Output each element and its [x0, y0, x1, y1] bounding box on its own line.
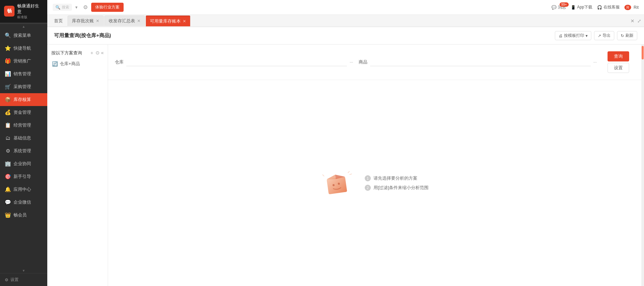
brand-name: 畅康通好生意 [17, 3, 43, 15]
print-icon: 🖨 [559, 33, 563, 38]
brand-info: 畅康通好生意 标准版 [17, 3, 43, 19]
sidebar-item-appstore[interactable]: 🔔 应用中心 [0, 183, 47, 196]
settings-btn[interactable]: 设置 [608, 63, 629, 73]
tab-close-available[interactable]: ✕ [183, 19, 186, 24]
industry-btn[interactable]: 体验行业方案 [91, 3, 124, 12]
page-actions: 🖨 按模板打印 ▾ ↗ 导出 ↻ 刷新 [555, 31, 637, 40]
sidebar-item-search[interactable]: 🔍 搜索菜单 [0, 29, 47, 42]
sidebar-item-operation[interactable]: 📋 经营管理 [0, 119, 47, 132]
scroll-down[interactable]: ▼ [0, 268, 47, 273]
phone-icon: 📱 [571, 5, 576, 10]
money-icon: 💰 [5, 109, 11, 115]
export-icon: ↗ [598, 33, 601, 38]
sidebar-item-enterprise[interactable]: 🏢 企业协同 [0, 157, 47, 170]
chart-icon: 📊 [5, 71, 11, 77]
content-area: 按以下方案查询 ＋ ⊙ « 🔄 仓库+商品 仓库 ··· [47, 45, 644, 286]
sidebar-item-shortcut[interactable]: ⭐ 快捷导航 [0, 42, 47, 55]
product-label: 商品 [359, 59, 367, 65]
user-avatar: R [624, 5, 631, 10]
scrollbar-thumb[interactable] [642, 46, 644, 59]
edit-scheme-icon[interactable]: ⊙ [96, 50, 100, 56]
sidebar-item-wechat[interactable]: 💬 企业微信 [0, 196, 47, 209]
search-bar-text: 搜索 [62, 5, 69, 10]
product-filter: 商品 ··· [359, 58, 597, 66]
scroll-up[interactable]: ▲ [0, 24, 47, 29]
refresh-btn[interactable]: ↻ 刷新 [617, 31, 637, 40]
main-area: 🔍 搜索 ▾ ⚙ 体验行业方案 💬 消息 99+ 📱 App下载 🎧 在线客服 … [47, 0, 644, 286]
dropdown-chevron-icon[interactable]: ▾ [75, 5, 78, 10]
star-icon: ⭐ [5, 45, 11, 51]
topbar: 🔍 搜索 ▾ ⚙ 体验行业方案 💬 消息 99+ 📱 App下载 🎧 在线客服 … [47, 0, 644, 15]
sidebar-item-basic[interactable]: 🗂 基础信息 [0, 132, 47, 145]
product-input[interactable] [370, 58, 591, 66]
clipboard-icon: 📋 [5, 122, 11, 128]
sidebar-item-marketing[interactable]: 🎁 营销推广 [0, 55, 47, 68]
crown-icon: 👑 [5, 212, 11, 218]
filter-row: 仓库 ··· 商品 ··· 查询 设置 [108, 45, 641, 80]
tab-batch-account[interactable]: 库存批次账 ✕ [68, 16, 104, 26]
tab-home[interactable]: 首页 [50, 16, 67, 26]
tab-expand-icon[interactable]: ⤢ [637, 18, 641, 24]
query-scheme-item[interactable]: 🔄 仓库+商品 [47, 58, 108, 70]
filter-actions: 查询 设置 [602, 49, 635, 76]
message-badge: 99+ [560, 2, 569, 7]
gear-icon: ⚙ [5, 148, 11, 154]
tip-text-1: 请先选择要分析的方案 [373, 175, 417, 181]
sidebar-item-system[interactable]: ⚙ 系统管理 [0, 145, 47, 157]
empty-tips: 1 请先选择要分析的方案 2 用[过滤]条件来缩小分析范围 [365, 175, 429, 191]
tab-close-icon[interactable]: ✕ [630, 18, 635, 24]
tip-item-1: 1 请先选择要分析的方案 [365, 175, 429, 181]
sidebar-item-member[interactable]: 👑 畅会员 [0, 209, 47, 222]
brand-logo: 畅 [4, 6, 15, 17]
warehouse-more-icon[interactable]: ··· [350, 60, 353, 64]
search-bar[interactable]: 🔍 搜索 [53, 4, 72, 11]
query-right: 仓库 ··· 商品 ··· 查询 设置 [108, 45, 641, 286]
warehouse-label: 仓库 [115, 59, 124, 65]
user-menu[interactable]: R Rit [624, 5, 639, 10]
svg-line-5 [323, 175, 324, 176]
warehouse-filter: 仓库 ··· [115, 58, 353, 66]
app-download-btn[interactable]: 📱 App下载 [571, 4, 592, 10]
page-header: 可用量查询(按仓库+商品) 🖨 按模板打印 ▾ ↗ 导出 ↻ 刷新 [47, 27, 644, 45]
tab-close-collect[interactable]: ✕ [137, 19, 140, 23]
add-scheme-icon[interactable]: ＋ [89, 50, 94, 56]
search-bar-icon: 🔍 [55, 5, 60, 10]
tip-item-2: 2 用[过滤]条件来缩小分析范围 [365, 185, 429, 191]
footer-label: 设置 [10, 277, 19, 283]
tip-num-1: 1 [365, 175, 371, 181]
topbar-gear-icon[interactable]: ⚙ [83, 4, 88, 10]
query-panel: 按以下方案查询 ＋ ⊙ « 🔄 仓库+商品 [47, 45, 108, 286]
tab-close-batch[interactable]: ✕ [96, 19, 99, 23]
sidebar-scroll: 🔍 搜索菜单 ⭐ 快捷导航 🎁 营销推广 📊 销售管理 🛒 采购管理 📦 库存核… [0, 29, 47, 268]
headset-icon: 🎧 [597, 5, 602, 10]
tabs-bar: 首页 库存批次账 ✕ 收发存汇总表 ✕ 可用量库存账本 ✕ ✕ ⤢ [47, 15, 644, 27]
query-btn[interactable]: 查询 [608, 51, 629, 61]
message-btn[interactable]: 💬 消息 99+ [551, 4, 566, 10]
scheme-icon: 🔄 [52, 61, 58, 67]
sidebar-item-inventory[interactable]: 📦 库存核算 [0, 93, 47, 106]
tab-collect-summary[interactable]: 收发存汇总表 ✕ [104, 16, 145, 26]
export-btn[interactable]: ↗ 导出 [594, 31, 614, 40]
brand-tag: 标准版 [17, 15, 43, 19]
sidebar-item-finance[interactable]: 💰 资金管理 [0, 106, 47, 119]
tab-controls: ✕ ⤢ [630, 18, 641, 24]
query-panel-actions: ＋ ⊙ « [89, 50, 104, 56]
sidebar-item-sales[interactable]: 📊 销售管理 [0, 68, 47, 80]
product-more-icon[interactable]: ··· [593, 60, 597, 64]
warehouse-input[interactable] [126, 58, 347, 66]
sidebar-item-newbie[interactable]: 🎯 新手引导 [0, 170, 47, 183]
print-chevron-icon: ▾ [586, 33, 588, 38]
sidebar-footer[interactable]: ⚙ 设置 [0, 273, 47, 286]
svg-rect-0 [327, 177, 347, 194]
right-scrollbar[interactable] [641, 45, 644, 286]
print-btn[interactable]: 🖨 按模板打印 ▾ [555, 31, 591, 40]
tab-available-qty[interactable]: 可用量库存账本 ✕ [146, 16, 190, 26]
collapse-panel-icon[interactable]: « [101, 50, 104, 56]
tip-num-2: 2 [365, 185, 371, 191]
folder-icon: 🗂 [5, 135, 11, 141]
empty-state: 1 请先选择要分析的方案 2 用[过滤]条件来缩小分析范围 [108, 80, 641, 286]
sidebar-item-purchase[interactable]: 🛒 采购管理 [0, 80, 47, 93]
settings-icon: ⚙ [5, 278, 8, 282]
topbar-right: 💬 消息 99+ 📱 App下载 🎧 在线客服 R Rit [551, 4, 639, 10]
online-service-btn[interactable]: 🎧 在线客服 [597, 4, 620, 10]
